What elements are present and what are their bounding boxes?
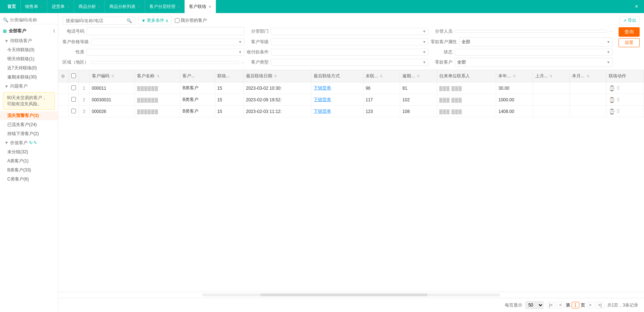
tab-customer-tier[interactable]: 客户分层经营 ×: [145, 0, 185, 13]
more-actions-icon[interactable]: ⠿: [616, 97, 620, 103]
contact-icon[interactable]: ⌚: [609, 97, 615, 103]
last-page-button[interactable]: >|: [596, 302, 604, 308]
sidebar-item-tomorrow[interactable]: 明天待联络(1): [0, 54, 58, 64]
sidebar-search-box[interactable]: 🔍: [0, 16, 58, 24]
col-checkbox[interactable]: [68, 70, 79, 82]
sidebar-item-overdue[interactable]: 逾期未联络(30): [0, 73, 58, 82]
horizontal-scrollbar[interactable]: [58, 292, 644, 298]
row-checkbox-cell[interactable]: [68, 82, 79, 94]
close-analysis-list-tab[interactable]: ×: [138, 4, 140, 9]
table-row: 1 000011 ▓▓▓▓▓▓ B类客户 15 2023-03-02 10:30…: [58, 82, 644, 94]
my-customers-check[interactable]: [175, 18, 180, 23]
more-actions-icon[interactable]: ⠿: [616, 85, 620, 91]
phone-input[interactable]: [86, 27, 245, 35]
row-code: 000011: [89, 82, 135, 94]
sidebar-all-customers[interactable]: ⊞ 全部客户 《: [0, 26, 58, 36]
sidebar-item-today[interactable]: 今天待联络(0): [0, 45, 58, 54]
col-code[interactable]: 客户编码 ⇅: [89, 70, 135, 82]
row-checkbox[interactable]: [71, 85, 76, 90]
row-num: 3: [79, 106, 89, 117]
prev-page-button[interactable]: <: [557, 302, 564, 308]
level-select[interactable]: ▼: [271, 39, 429, 45]
col-this-month[interactable]: 本月... ⇅: [570, 70, 607, 82]
status-select[interactable]: ▼: [455, 49, 613, 56]
refresh-icon[interactable]: ↻: [29, 140, 33, 145]
row-last-method[interactable]: 下销货单: [311, 82, 363, 94]
sidebar-item-lost-already[interactable]: 已流失客户(24): [0, 120, 58, 129]
close-customer-contact-tab[interactable]: ×: [209, 4, 211, 9]
contact-icon[interactable]: ⌚: [609, 85, 615, 91]
contact-icon[interactable]: ⌚: [609, 109, 615, 114]
settings-button[interactable]: 设置: [619, 38, 640, 47]
tab-home[interactable]: 首页: [3, 0, 21, 13]
region-more-dots[interactable]: ···: [241, 60, 245, 65]
tab-customer-contact[interactable]: 客户联络 ×: [185, 0, 216, 13]
retail-attr-select[interactable]: 全部▼: [459, 37, 613, 46]
sidebar-item-at-risk[interactable]: 流失预警客户(3): [0, 111, 58, 120]
payment-select[interactable]: ▼: [271, 49, 429, 56]
customer-table: ⚙ 客户编码 ⇅ 客户名称 ⇅: [58, 70, 644, 117]
col-last-month[interactable]: 上月... ⇅: [533, 70, 569, 82]
manager-select[interactable]: [455, 30, 607, 33]
row-checkbox[interactable]: [71, 109, 76, 113]
sidebar-group-valued[interactable]: ▼ 价值客户 ↻ ✎: [0, 138, 58, 147]
pricelevel-select[interactable]: ▼: [91, 39, 245, 45]
row-checkbox[interactable]: [71, 97, 76, 102]
query-button[interactable]: 查询: [619, 27, 640, 37]
edit-icon[interactable]: ✎: [33, 140, 37, 145]
dept-select[interactable]: ▼: [271, 28, 429, 35]
sidebar-search-input[interactable]: [10, 17, 55, 23]
arrow-icon: ▼: [4, 84, 9, 89]
sidebar-group-lost[interactable]: ▼ 问题客户: [0, 82, 58, 91]
col-last-date[interactable]: 最后联络日期 ⇅: [243, 70, 311, 82]
nature-select[interactable]: ▼: [86, 49, 245, 56]
arrow-icon: ▼: [4, 39, 9, 44]
row-last-method[interactable]: 下销货单: [311, 106, 363, 117]
filter-search-input[interactable]: [66, 18, 125, 23]
sidebar-item-classB[interactable]: B类客户(33): [0, 166, 58, 175]
my-customers-checkbox[interactable]: 我分管的客户: [175, 17, 207, 24]
filter-customertype-row: 客户类型 ▼: [247, 58, 429, 67]
sidebar-item-classC[interactable]: C类客户(6): [0, 175, 58, 184]
close-customer-tier-tab[interactable]: ×: [178, 4, 180, 9]
page-size-select[interactable]: 50 100 200: [525, 301, 544, 309]
region-select[interactable]: [91, 61, 239, 64]
sidebar-item-classA[interactable]: A类客户(1): [0, 157, 58, 166]
col-this-year[interactable]: 本年... ⇅: [496, 70, 533, 82]
sidebar: 🔍 ⊞ 全部客户 《 ▼ 待联络客户 今天待联络(0) 明天待联络(1) 近7天…: [0, 13, 58, 312]
close-analysis-tab[interactable]: ×: [98, 4, 100, 9]
sidebar-group-pending[interactable]: ▼ 待联络客户: [0, 36, 58, 45]
scrollbar-thumb[interactable]: [260, 293, 427, 296]
row-action: ⌚ ⠿: [607, 94, 644, 106]
close-all-button[interactable]: ×: [632, 3, 641, 10]
filter-search-box[interactable]: 🔍: [63, 17, 135, 25]
first-page-button[interactable]: |<: [547, 302, 555, 308]
select-all-checkbox[interactable]: [71, 73, 76, 78]
more-conditions-button[interactable]: ▼ 更多条件 ∧: [138, 16, 172, 25]
tab-purchase[interactable]: 进货单 ×: [47, 0, 74, 13]
col-settings[interactable]: ⚙: [58, 70, 68, 82]
col-overdue[interactable]: 逾期... ⇅: [400, 70, 437, 82]
more-dots[interactable]: ···: [609, 29, 613, 34]
col-uncontacted[interactable]: 未联... ⇅: [363, 70, 400, 82]
more-actions-icon[interactable]: ⠿: [616, 109, 620, 114]
row-checkbox-cell[interactable]: [68, 94, 79, 106]
retail-customer-select[interactable]: 全部▼: [455, 58, 613, 67]
tab-sales[interactable]: 销售单 ×: [21, 0, 47, 13]
next-page-button[interactable]: >: [587, 302, 594, 308]
tab-analysis[interactable]: 商品分析 ×: [74, 0, 105, 13]
row-last-method[interactable]: 下销货单: [311, 94, 363, 106]
search-orange-icon[interactable]: 🔍: [126, 18, 132, 23]
row-contact: 15: [215, 106, 243, 117]
export-button[interactable]: ↗ 导出: [620, 16, 640, 25]
tab-analysis-list[interactable]: 商品分析列表 ×: [105, 0, 145, 13]
sidebar-item-week[interactable]: 近7天待联络(0): [0, 64, 58, 73]
row-checkbox-cell[interactable]: [68, 106, 79, 117]
sidebar-item-ungrouped[interactable]: 未分组(32): [0, 147, 58, 157]
sidebar-item-declining[interactable]: 持续下滑客户(2): [0, 129, 58, 138]
customertype-select[interactable]: ▼: [271, 59, 429, 66]
gear-icon[interactable]: ⚙: [61, 74, 65, 79]
col-name[interactable]: 客户名称 ⇅: [135, 70, 180, 82]
close-purchase-tab[interactable]: ×: [67, 4, 69, 9]
close-sales-tab[interactable]: ×: [40, 4, 43, 9]
